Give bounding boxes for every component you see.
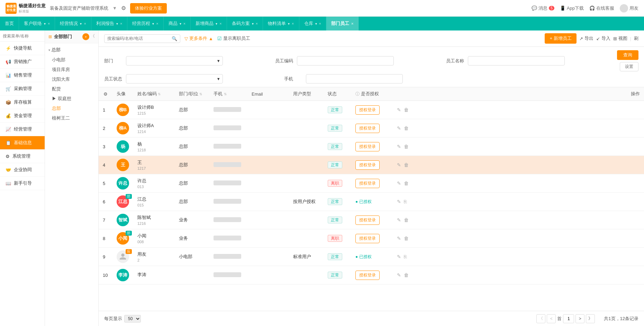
dept-add-button[interactable]: +: [82, 33, 89, 40]
dept-sub-xiaodian[interactable]: 小电部: [45, 55, 98, 65]
tab-bom[interactable]: 物料清单 ▾ ×: [263, 17, 299, 30]
tab-bom-close[interactable]: ×: [292, 21, 294, 26]
gear-icon[interactable]: ⚙: [121, 5, 126, 11]
dept-sub-shenyang[interactable]: 沈阳大库: [45, 74, 98, 84]
auth-login-button[interactable]: 授权登录: [355, 215, 380, 225]
tab-dept-emp-close[interactable]: ×: [351, 21, 353, 26]
auth-login-button[interactable]: 授权登录: [355, 160, 380, 170]
dept-collapse-button[interactable]: 《: [91, 33, 95, 40]
edit-icon[interactable]: ✎: [397, 144, 401, 149]
delete-icon[interactable]: 🗑: [404, 272, 409, 278]
sidebar-item-collab[interactable]: 🤝 企业协同: [0, 163, 45, 177]
delete-icon[interactable]: 🗑: [404, 144, 409, 149]
search-input[interactable]: [107, 36, 172, 41]
last-page-button[interactable]: 》: [586, 314, 595, 323]
dept-sub-distribution[interactable]: 配货: [45, 84, 98, 94]
add-employee-button[interactable]: + 新增员工: [545, 33, 576, 44]
dept-group-header-hq[interactable]: ▾ 总部: [45, 45, 98, 55]
delete-icon[interactable]: 🗑: [404, 217, 409, 223]
filter-emp-code-input[interactable]: [297, 56, 394, 65]
trial-button[interactable]: 体验行业方案: [130, 3, 167, 14]
dept-sub-hq[interactable]: 总部: [45, 104, 98, 113]
query-button[interactable]: 查询: [617, 50, 638, 60]
more-filters-btn[interactable]: ▽ 更多条件 ▲: [184, 35, 213, 42]
next-page-button[interactable]: >: [575, 314, 584, 323]
sort-icon-dept[interactable]: ⇅: [199, 92, 202, 96]
reset-button[interactable]: 设置: [620, 62, 638, 71]
auth-login-button[interactable]: 授权登录: [355, 105, 380, 115]
copy-icon[interactable]: ⎘: [404, 199, 407, 204]
tab-dept-emp[interactable]: 部门员工 ×: [326, 17, 359, 30]
edit-icon[interactable]: ✎: [397, 217, 401, 223]
tab-customer[interactable]: 客户联络 ▾ ×: [19, 17, 55, 30]
auth-info-icon[interactable]: ⓘ: [355, 91, 360, 96]
view-button[interactable]: ⊞ 视图: [613, 35, 627, 42]
col-header-phone[interactable]: 手机 ⇅: [209, 87, 247, 101]
tab-profit-close[interactable]: ×: [120, 21, 122, 26]
per-page-select[interactable]: 50: [124, 315, 141, 323]
sidebar-search-input[interactable]: [3, 34, 45, 38]
edit-icon[interactable]: ✎: [397, 272, 401, 278]
tab-warehouse[interactable]: 仓库 ▾ ×: [299, 17, 326, 30]
dept-sub-shuangting[interactable]: ▶ 双庭想: [45, 94, 98, 104]
col-header-settings[interactable]: ⚙: [99, 87, 112, 101]
copy-icon[interactable]: ⎘: [404, 254, 407, 259]
edit-icon[interactable]: ✎: [397, 199, 401, 204]
edit-icon[interactable]: ✎: [397, 236, 401, 241]
page-input[interactable]: [563, 314, 574, 323]
refresh-button[interactable]: 刷: [634, 35, 638, 42]
tab-profit[interactable]: 利润报告 ▾ ×: [91, 17, 127, 30]
sidebar-item-guide[interactable]: 📖 新手引导: [0, 177, 45, 190]
filter-emp-status-select[interactable]: ▾: [126, 74, 223, 83]
prev-page-button[interactable]: <: [547, 314, 556, 323]
tab-home[interactable]: 首页: [0, 17, 19, 30]
sidebar-item-system[interactable]: ⚙ 系统管理: [0, 150, 45, 163]
sidebar-item-finance[interactable]: 💰 资金管理: [0, 109, 45, 123]
edit-icon[interactable]: ✎: [397, 180, 401, 186]
system-dropdown-icon[interactable]: ▼: [112, 6, 117, 11]
sidebar-item-marketing[interactable]: 📢 营销推广: [0, 55, 45, 69]
online-service-item[interactable]: 🎧 在线客服: [589, 5, 614, 11]
sidebar-item-sales[interactable]: 📊 销售管理: [0, 69, 45, 82]
col-header-name[interactable]: 姓名/编码 ⇅: [133, 87, 175, 101]
tab-add-goods[interactable]: 新增商品 ▾ ×: [191, 17, 227, 30]
tab-history-close[interactable]: ×: [156, 21, 158, 26]
user-item[interactable]: 用友: [620, 4, 638, 12]
import-button[interactable]: ↙ 导入: [596, 35, 610, 42]
dept-sub-planting[interactable]: 植树王二: [45, 113, 98, 123]
tab-history[interactable]: 经营历程 ▾ ×: [127, 17, 163, 30]
filter-emp-name-input[interactable]: [468, 56, 565, 65]
filter-phone-input[interactable]: [306, 74, 403, 83]
delete-icon[interactable]: 🗑: [404, 236, 409, 241]
delete-icon[interactable]: 🗑: [404, 162, 409, 168]
edit-icon[interactable]: ✎: [397, 162, 401, 168]
tab-biz-status[interactable]: 经营情况 ▾ ×: [55, 17, 91, 30]
tab-add-goods-close[interactable]: ×: [219, 21, 221, 26]
sidebar-item-quick-nav[interactable]: ⚡ 快捷导航: [0, 42, 45, 55]
delete-icon[interactable]: 🗑: [404, 107, 409, 113]
auth-login-button[interactable]: 授权登录: [355, 124, 380, 133]
sidebar-item-purchase[interactable]: 🛒 采购管理: [0, 82, 45, 96]
auth-login-button[interactable]: 授权登录: [355, 179, 380, 188]
tab-biz-close[interactable]: ×: [84, 21, 86, 26]
export-button[interactable]: ↗ 导出: [579, 35, 593, 42]
tab-goods-close[interactable]: ×: [183, 21, 185, 26]
tab-warehouse-close[interactable]: ×: [319, 21, 321, 26]
sort-icon-phone[interactable]: ⇅: [224, 92, 227, 96]
sidebar-item-inventory[interactable]: 📦 库存核算: [0, 96, 45, 109]
delete-icon[interactable]: 🗑: [404, 180, 409, 186]
filter-dept-select[interactable]: ▾: [126, 56, 223, 65]
tab-customer-close[interactable]: ×: [48, 21, 50, 26]
edit-icon[interactable]: ✎: [397, 107, 401, 113]
tab-barcode-close[interactable]: ×: [256, 21, 258, 26]
sidebar-item-operation[interactable]: 📈 经营管理: [0, 123, 45, 136]
tab-goods[interactable]: 商品 ▾ ×: [164, 17, 191, 30]
dept-sub-project[interactable]: 项目库房: [45, 65, 98, 74]
app-download-item[interactable]: 📱 App下载: [560, 5, 584, 11]
delete-icon[interactable]: 🗑: [404, 125, 409, 131]
sort-icon-name[interactable]: ⇅: [158, 92, 161, 96]
first-page-button[interactable]: 《: [536, 314, 545, 323]
col-header-dept[interactable]: 部门/职位 ⇅: [175, 87, 209, 101]
sidebar-item-basic-info[interactable]: 📋 基础信息: [0, 136, 45, 150]
search-icon[interactable]: 🔍: [172, 36, 177, 41]
